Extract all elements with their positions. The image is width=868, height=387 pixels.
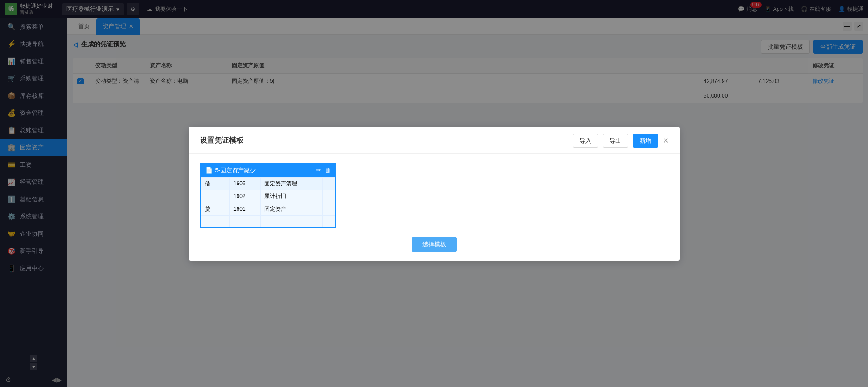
debit-amount-1 — [323, 177, 335, 190]
template-card-header: 📄 5-固定资产减少 ✏ 🗑 — [201, 164, 335, 177]
debit-code-2: 1602 — [229, 190, 260, 203]
delete-icon[interactable]: 🗑 — [325, 167, 331, 174]
empty-row — [201, 215, 335, 227]
export-btn[interactable]: 导出 — [603, 134, 628, 148]
edit-icon[interactable]: ✏ — [316, 167, 321, 174]
template-card: 📄 5-固定资产减少 ✏ 🗑 借： 1606 固定资产清理 — [200, 163, 336, 228]
template-doc-icon: 📄 — [205, 167, 213, 174]
debit-name-1: 固定资产清理 — [260, 177, 323, 190]
dialog-overlay: 设置凭证模板 导入 导出 新增 ✕ 📄 5-固定资产减少 ✏ 🗑 — [0, 0, 868, 387]
dialog-title: 设置凭证模板 — [200, 136, 243, 145]
select-template-btn[interactable]: 选择模板 — [412, 237, 457, 252]
template-card-actions: ✏ 🗑 — [316, 167, 331, 174]
close-icon[interactable]: ✕ — [663, 136, 669, 145]
dialog-header: 设置凭证模板 导入 导出 新增 ✕ — [189, 127, 680, 154]
import-btn[interactable]: 导入 — [573, 134, 598, 148]
new-btn[interactable]: 新增 — [633, 134, 658, 148]
empty-2 — [229, 215, 260, 227]
credit-row-1: 贷： 1601 固定资产 — [201, 203, 335, 215]
credit-code-1: 1601 — [229, 203, 260, 215]
debit-amount-2 — [323, 190, 335, 203]
debit-row-1: 借： 1606 固定资产清理 — [201, 177, 335, 190]
empty-1 — [201, 215, 229, 227]
debit-name-2: 累计折旧 — [260, 190, 323, 203]
credit-label-1: 贷： — [201, 203, 229, 215]
select-template-area: 选择模板 — [200, 237, 669, 252]
debit-label-1: 借： — [201, 177, 229, 190]
template-name-area: 📄 5-固定资产减少 — [205, 166, 256, 174]
dialog-header-actions: 导入 导出 新增 ✕ — [573, 134, 669, 148]
debit-label-2 — [201, 190, 229, 203]
credit-name-1: 固定资产 — [260, 203, 323, 215]
dialog: 设置凭证模板 导入 导出 新增 ✕ 📄 5-固定资产减少 ✏ 🗑 — [189, 127, 680, 261]
dialog-body: 📄 5-固定资产减少 ✏ 🗑 借： 1606 固定资产清理 — [189, 154, 680, 261]
credit-amount-1 — [323, 203, 335, 215]
template-name: 5-固定资产减少 — [215, 166, 256, 174]
empty-3 — [260, 215, 323, 227]
template-table: 借： 1606 固定资产清理 1602 累计折旧 贷： — [201, 177, 335, 227]
debit-row-2: 1602 累计折旧 — [201, 190, 335, 203]
empty-4 — [323, 215, 335, 227]
debit-code-1: 1606 — [229, 177, 260, 190]
